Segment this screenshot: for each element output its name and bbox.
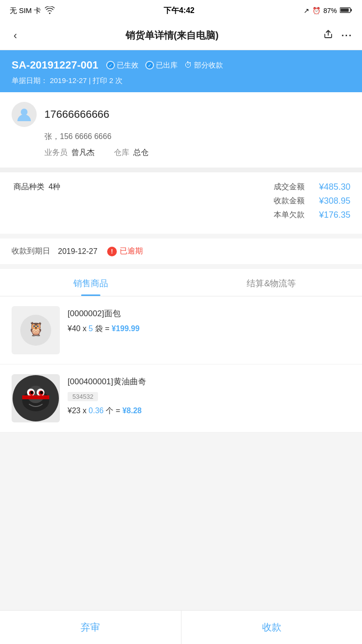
header-banner: SA-20191227-001 ✓ 已生效 ✓ 已出库 ⏱ 部分收款 单据日期：… <box>0 50 362 92</box>
owed-label: 本单欠款 <box>274 210 305 220</box>
received-row: 收款金额 ¥308.95 <box>274 196 350 206</box>
customer-name: 张，156 6666 6666 <box>44 132 350 142</box>
battery-icon <box>340 7 352 15</box>
overdue-text: 已逾期 <box>120 246 143 256</box>
due-label: 收款到期日 <box>12 246 50 256</box>
tabs-row: 销售商品 结算&物流等 <box>0 269 362 296</box>
confirm-button[interactable]: 收款 <box>181 611 362 644</box>
status-active: ✓ 已生效 <box>106 61 139 70</box>
product-qty-cookie: 0.36 <box>89 406 104 415</box>
product-item-cookie: [000400001]黄油曲奇 534532 ¥23 x 0.36 个 = ¥8… <box>0 364 362 433</box>
cancel-button[interactable]: 弃审 <box>0 611 181 644</box>
nav-actions: ··· <box>323 29 352 42</box>
divider-1 <box>0 168 362 172</box>
product-total-bread: ¥199.99 <box>111 324 139 333</box>
location-icon: ↗ <box>304 7 309 14</box>
warehouse-item: 仓库 总仓 <box>114 148 149 158</box>
svg-rect-2 <box>340 8 348 12</box>
svg-rect-15 <box>22 395 49 399</box>
salesperson-label: 业务员 <box>44 148 68 158</box>
back-button[interactable]: ‹ <box>10 26 21 46</box>
category-item: 商品种类 4种 <box>12 182 60 192</box>
tabs-section: 销售商品 结算&物流等 <box>0 269 362 296</box>
product-price-bread: ¥40 x 5 袋 = ¥199.99 <box>68 324 350 334</box>
customer-meta: 业务员 曾凡杰 仓库 总仓 <box>44 148 350 158</box>
banner-sub: 单据日期： 2019-12-27 | 打印 2 次 <box>12 76 350 85</box>
product-total-cookie: ¥8.28 <box>122 406 141 415</box>
summary-left: 商品种类 4种 <box>12 182 60 194</box>
wifi-icon <box>45 6 55 15</box>
product-name-cookie: [000400001]黄油曲奇 <box>68 376 350 387</box>
avatar <box>12 102 37 127</box>
svg-point-13 <box>30 391 33 394</box>
tab-sales-products[interactable]: 销售商品 <box>0 269 181 296</box>
check-shipped-icon: ✓ <box>145 61 154 70</box>
product-info-cookie: [000400001]黄油曲奇 534532 ¥23 x 0.36 个 = ¥8… <box>68 374 350 416</box>
customer-phone: 17666666666 <box>44 108 110 121</box>
status-bar: 无 SIM 卡 下午4:42 ↗ ⏰ 87% <box>0 0 362 21</box>
salesperson-value: 曾凡杰 <box>71 148 95 158</box>
product-info-bread: [0000002]面包 ¥40 x 5 袋 = ¥199.99 <box>68 306 350 334</box>
product-price-cookie: ¥23 x 0.36 个 = ¥8.28 <box>68 406 350 416</box>
transaction-label: 成交金额 <box>274 182 305 192</box>
svg-point-14 <box>40 391 43 394</box>
battery-percent: 87% <box>323 7 337 14</box>
clock-icon: ⏱ <box>184 61 192 70</box>
bottom-bar: 弃审 收款 <box>0 610 362 644</box>
warehouse-value: 总仓 <box>133 148 149 158</box>
status-shipped: ✓ 已出库 <box>145 61 178 70</box>
status-left: 无 SIM 卡 <box>10 6 55 15</box>
status-badges: ✓ 已生效 ✓ 已出库 ⏱ 部分收款 <box>106 61 223 70</box>
svg-point-3 <box>21 109 28 115</box>
more-button[interactable]: ··· <box>341 30 352 41</box>
overdue-badge: ! 已逾期 <box>107 246 143 256</box>
transaction-row: 成交金额 ¥485.30 <box>274 182 350 192</box>
product-item: 🦉 [0000002]面包 ¥40 x 5 袋 = ¥199.99 <box>0 296 362 364</box>
svg-rect-1 <box>350 9 352 11</box>
due-section: 收款到期日 2019-12-27 ! 已逾期 <box>0 238 362 264</box>
product-qty-bread: 5 <box>89 324 93 333</box>
tab-settlement[interactable]: 结算&物流等 <box>181 269 362 296</box>
status-right: ↗ ⏰ 87% <box>304 7 352 15</box>
status-time: 下午4:42 <box>164 6 195 16</box>
due-date-value: 2019-12-27 <box>58 247 97 256</box>
page-title: 销货单详情(来自电脑) <box>125 29 219 42</box>
received-value: ¥308.95 <box>319 196 350 206</box>
product-thumb-cookie <box>12 374 60 422</box>
overdue-dot-icon: ! <box>107 247 117 256</box>
summary-section: 商品种类 4种 成交金额 ¥485.30 收款金额 ¥308.95 本单欠款 ¥… <box>0 172 362 234</box>
alarm-icon: ⏰ <box>312 7 320 14</box>
customer-section: 17666666666 张，156 6666 6666 业务员 曾凡杰 仓库 总… <box>0 92 362 168</box>
check-active-icon: ✓ <box>106 61 115 70</box>
bottom-spacer <box>0 433 362 471</box>
summary-right: 成交金额 ¥485.30 收款金额 ¥308.95 本单欠款 ¥176.35 <box>274 182 350 224</box>
owed-row: 本单欠款 ¥176.35 <box>274 210 350 220</box>
nav-bar: ‹ 销货单详情(来自电脑) ··· <box>0 21 362 50</box>
transaction-value: ¥485.30 <box>319 182 350 192</box>
received-label: 收款金额 <box>274 196 305 206</box>
salesperson-item: 业务员 曾凡杰 <box>44 148 95 158</box>
status-partial: ⏱ 部分收款 <box>184 61 223 70</box>
warehouse-label: 仓库 <box>114 148 129 158</box>
order-id: SA-20191227-001 <box>12 59 98 71</box>
product-name-bread: [0000002]面包 <box>68 308 350 319</box>
products-section: 🦉 [0000002]面包 ¥40 x 5 袋 = ¥199.99 <box>0 296 362 433</box>
share-button[interactable] <box>323 29 334 42</box>
product-thumb-bread: 🦉 <box>12 306 60 354</box>
svg-text:🦉: 🦉 <box>28 321 44 337</box>
owed-value: ¥176.35 <box>319 210 350 220</box>
product-sku-cookie: 534532 <box>68 392 98 401</box>
carrier-label: 无 SIM 卡 <box>10 6 41 15</box>
